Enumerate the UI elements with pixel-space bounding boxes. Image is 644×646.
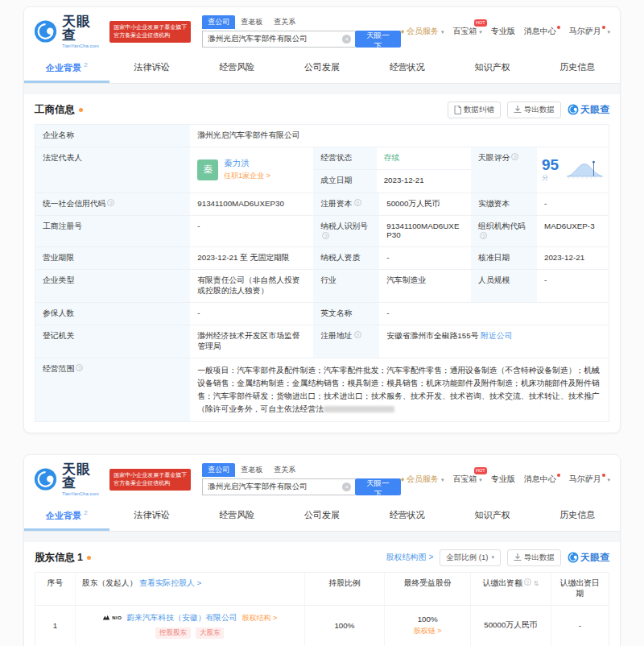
tab-operation-status[interactable]: 经营状况 — [365, 54, 450, 83]
tab-intellectual-property[interactable]: 知识产权 — [450, 54, 535, 83]
vip-diamond-icon: ♦ — [401, 475, 405, 483]
tab-operation-status[interactable]: 经营状况 — [365, 502, 450, 531]
search-input[interactable] — [202, 478, 355, 495]
actual-controller-link[interactable]: 查看实际控股人 > — [139, 578, 201, 587]
tab-company-background[interactable]: 企业背景 2 — [24, 502, 109, 531]
tianyancha-watermark: 天眼查 — [568, 551, 609, 565]
field-value: 有限责任公司（非自然人投资或控股的法人独资） — [190, 270, 313, 302]
column-header: 最终受益股份 — [385, 573, 471, 606]
info-icon[interactable]: ? — [76, 364, 83, 371]
table-row: 参保人数 - 英文名称 - — [35, 303, 609, 325]
tab-legal-proceedings[interactable]: 法律诉讼 — [109, 502, 195, 531]
shareholder-name-link[interactable]: 蔚来汽车科技（安徽）有限公司 — [126, 613, 237, 623]
column-header: 股东（发起人） 查看实际控股人 > — [76, 573, 305, 606]
search-tab-company[interactable]: 查公司 — [202, 15, 235, 29]
info-icon[interactable]: ? — [322, 232, 329, 239]
info-icon[interactable]: ? — [480, 232, 487, 239]
tab-intellectual-property[interactable]: 知识产权 — [450, 502, 535, 531]
search-button[interactable]: 天眼一下 — [355, 478, 401, 495]
notification-dot — [557, 474, 560, 477]
tab-company-background[interactable]: 企业背景 2 — [24, 54, 109, 83]
legal-rep-companies-link[interactable]: 任职1家企业 > — [224, 171, 270, 181]
nav-pro-version[interactable]: 专业版 — [491, 26, 515, 37]
notification-dot — [602, 474, 605, 477]
search-button[interactable]: 天眼一下 — [355, 31, 401, 48]
export-data-button[interactable]: 导出数据 — [507, 549, 561, 566]
export-data-button[interactable]: 导出数据 — [507, 101, 561, 118]
tianyancha-watermark-icon — [568, 104, 579, 115]
tianyancha-logo[interactable]: 天眼查 TianYanCha.com — [34, 462, 104, 496]
nav-user-menu[interactable]: 马尔萨月 ▾ — [569, 474, 610, 485]
field-value: - — [379, 247, 471, 269]
table-header-row: 序号 股东（发起人） 查看实际控股人 > 持股比例 最终受益股份 认缴出资额? … — [35, 573, 609, 606]
nav-vip-services[interactable]: ♦ 会员服务 ▾ — [401, 474, 444, 485]
nav-message-center[interactable]: 消息中心 — [524, 474, 560, 485]
download-icon — [514, 553, 522, 561]
field-value: - — [537, 193, 609, 215]
table-row: 法定代表人 秦 秦力洪 任职1家企业 > 经营状态 存续 成立日期 2023-1… — [35, 147, 609, 193]
search-input[interactable] — [202, 31, 355, 48]
search-tab-boss[interactable]: 查老板 — [235, 15, 268, 29]
nav-pro-version[interactable]: 专业版 — [491, 474, 515, 485]
nav-user-menu[interactable]: 马尔萨月 ▾ — [569, 26, 610, 37]
column-header: 认缴出资额? ⇅ — [471, 573, 551, 606]
sort-icon[interactable]: ⇅ — [533, 580, 539, 587]
tab-legal-proceedings[interactable]: 法律诉讼 — [109, 54, 195, 83]
tab-operation-risk[interactable]: 经营风险 — [194, 502, 279, 531]
legal-rep-link[interactable]: 秦力洪 — [224, 158, 270, 169]
nav-toolbox[interactable]: HOT百宝箱 ▾ — [452, 474, 481, 485]
info-icon[interactable]: ? — [524, 578, 531, 586]
info-icon[interactable]: ? — [107, 199, 114, 206]
logo-title: 天眼查 — [62, 462, 104, 490]
gov-certification-badge: 国家中小企业发展子基金旗下 官方备案企业征信机构 — [109, 469, 191, 491]
top-nav: ♦ 会员服务 ▾ HOT百宝箱 ▾ 专业版 消息中心 马尔萨月 ▾ — [401, 474, 610, 485]
column-header: 认缴出资日期 — [551, 573, 609, 606]
field-label: 营业期限 — [35, 247, 190, 269]
nearby-companies-link[interactable]: 附近公司 — [481, 331, 512, 340]
tianyancha-logo[interactable]: 天眼查 TianYanCha.com — [34, 14, 104, 48]
logo-subtitle: TianYanCha.com — [62, 491, 104, 496]
field-label: 英文名称 — [313, 303, 379, 325]
field-label: 企业名称 — [35, 125, 190, 147]
tianyan-score-cell[interactable]: 95分 — [537, 147, 609, 193]
search-tab-relation[interactable]: 查关系 — [268, 15, 301, 29]
tab-history-info[interactable]: 历史信息 — [535, 502, 620, 531]
search-area: 查公司 查老板 查关系 × 天眼一下 — [202, 463, 400, 495]
equity-structure-chart-link[interactable]: 股权结构图 > — [386, 552, 434, 563]
clear-search-icon[interactable]: × — [342, 35, 351, 43]
equity-chain-link[interactable]: 股权链 > — [414, 626, 442, 636]
business-scope-value: 一般项目：汽车零部件及配件制造；汽车零配件批发；汽车零配件零售；通用设备制造（不… — [190, 358, 609, 422]
field-label: 企业类型 — [35, 270, 190, 302]
info-icon[interactable]: ? — [354, 199, 361, 206]
shareholders-section-header: 股东信息 1 股权结构图 > 全部比例 (1) ▾ 导出数据 天眼查 — [24, 542, 620, 572]
tab-company-development[interactable]: 公司发展 — [279, 54, 365, 83]
nav-message-center[interactable]: 消息中心 — [524, 26, 560, 37]
search-tab-relation[interactable]: 查关系 — [268, 463, 301, 477]
field-value: 91341100MAD6UXEP30 — [190, 193, 313, 215]
field-value: - — [190, 303, 313, 325]
screenshot-shareholders: 天眼查 TianYanCha.com 国家中小企业发展子基金旗下 官方备案企业征… — [23, 454, 621, 646]
nav-vip-services[interactable]: ♦ 会员服务 ▾ — [401, 26, 444, 37]
field-label: 参保人数 — [35, 303, 190, 325]
table-row: 经营范围? 一般项目：汽车零部件及配件制造；汽车零配件批发；汽车零配件零售；通用… — [35, 358, 609, 423]
shareholders-table: 序号 股东（发起人） 查看实际控股人 > 持股比例 最终受益股份 认缴出资额? … — [35, 572, 609, 646]
date-value: - — [551, 606, 609, 646]
business-info-table: 企业名称 滁州光启汽车零部件有限公司 法定代表人 秦 秦力洪 任职1家企业 > … — [35, 124, 609, 423]
data-correction-button[interactable]: 数据纠错 — [448, 101, 501, 118]
tag-controlling-shareholder: 控股股东 — [155, 627, 191, 639]
tab-operation-risk[interactable]: 经营风险 — [194, 54, 279, 83]
tab-company-development[interactable]: 公司发展 — [279, 502, 365, 531]
equity-structure-link[interactable]: 股权结构 > — [242, 613, 278, 623]
hot-badge: HOT — [474, 467, 487, 474]
nav-toolbox[interactable]: HOT百宝箱 ▾ — [452, 26, 481, 37]
search-tab-company[interactable]: 查公司 — [202, 463, 235, 477]
search-tab-boss[interactable]: 查老板 — [235, 463, 268, 477]
tab-history-info[interactable]: 历史信息 — [535, 54, 620, 83]
ratio-filter-select[interactable]: 全部比例 (1) ▾ — [440, 549, 501, 566]
notification-dot — [602, 26, 605, 29]
redacted-text — [324, 406, 394, 412]
info-icon[interactable]: ? — [511, 153, 518, 160]
section-title: 股东信息 — [35, 551, 75, 565]
table-row: 企业类型 有限责任公司（非自然人投资或控股的法人独资） 行业 汽车制造业 人员规… — [35, 270, 609, 303]
info-icon[interactable]: ? — [354, 331, 361, 338]
